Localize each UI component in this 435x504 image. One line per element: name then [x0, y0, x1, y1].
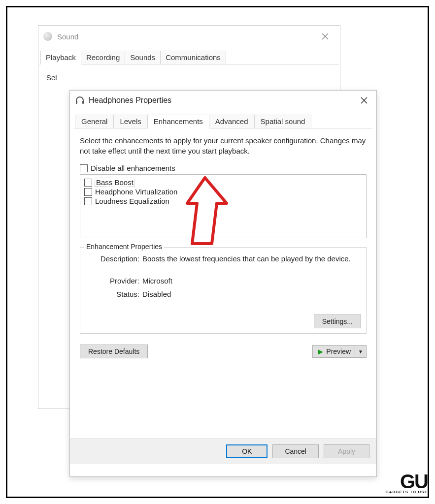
tab-general[interactable]: General	[75, 115, 114, 128]
settings-button[interactable]: Settings...	[314, 315, 361, 328]
tab-sounds[interactable]: Sounds	[125, 51, 161, 64]
tab-levels[interactable]: Levels	[113, 115, 147, 128]
description-value: Boosts the lowest frequencies that can b…	[142, 254, 361, 263]
provider-label: Provider:	[87, 277, 142, 285]
tab-spatial-sound[interactable]: Spatial sound	[254, 115, 312, 128]
enhancements-list[interactable]: Bass Boost Headphone Virtualization Loud…	[80, 174, 367, 238]
cancel-button[interactable]: Cancel	[272, 444, 319, 458]
group-legend: Enhancement Properties	[84, 243, 164, 251]
sound-body: Sel	[39, 64, 339, 91]
sound-body-text: Sel	[46, 73, 57, 82]
provider-value: Microsoft	[142, 277, 361, 285]
enh-label: Bass Boost	[95, 178, 134, 187]
tab-advanced[interactable]: Advanced	[209, 115, 255, 128]
tab-enhancements[interactable]: Enhancements	[147, 115, 209, 128]
status-label: Status:	[87, 290, 142, 298]
enh-item-bass-boost[interactable]: Bass Boost	[84, 178, 362, 187]
close-icon	[361, 97, 368, 104]
props-titlebar: Headphones Properties	[70, 91, 376, 110]
preview-button[interactable]: ▶ Preview ▼	[312, 345, 367, 358]
enh-label: Headphone Virtualization	[95, 188, 177, 196]
prop-provider-row: Provider: Microsoft	[87, 277, 361, 285]
checkbox-loudness-equalization[interactable]	[84, 197, 92, 205]
sound-icon	[43, 32, 52, 41]
status-value: Disabled	[142, 290, 361, 298]
checkbox-bass-boost[interactable]	[84, 179, 92, 187]
disable-all-checkbox[interactable]	[80, 164, 88, 172]
watermark: GU GADGETS TO USE	[386, 472, 428, 494]
enh-item-headphone-virtualization[interactable]: Headphone Virtualization	[84, 187, 362, 196]
headphones-properties-dialog: Headphones Properties General Levels Enh…	[69, 90, 377, 477]
description-label: Description:	[87, 254, 142, 263]
disable-all-row[interactable]: Disable all enhancements	[80, 164, 367, 172]
props-tabs: General Levels Enhancements Advanced Spa…	[70, 113, 376, 128]
tab-playback[interactable]: Playback	[40, 51, 81, 64]
svg-rect-3	[82, 101, 84, 104]
ok-button[interactable]: OK	[226, 444, 268, 458]
play-icon: ▶	[318, 347, 323, 355]
restore-defaults-button[interactable]: Restore Defaults	[80, 345, 148, 358]
dropdown-icon[interactable]: ▼	[358, 349, 363, 354]
props-close-button[interactable]	[354, 93, 374, 108]
watermark-big: GU	[386, 472, 428, 490]
props-title: Headphones Properties	[89, 96, 354, 105]
tab-recording[interactable]: Recording	[81, 51, 125, 64]
checkbox-headphone-virtualization[interactable]	[84, 188, 92, 196]
disable-all-label: Disable all enhancements	[91, 164, 175, 172]
headphones-icon	[75, 95, 85, 105]
enhancement-properties-group: Enhancement Properties Description: Boos…	[80, 247, 367, 334]
enhancements-description: Select the enhancements to apply for you…	[80, 135, 367, 156]
prop-description-row: Description: Boosts the lowest frequenci…	[87, 254, 361, 263]
tab-communications[interactable]: Communications	[160, 51, 226, 64]
watermark-small: GADGETS TO USE	[386, 490, 428, 494]
sound-titlebar: Sound	[38, 26, 340, 47]
preview-label: Preview	[326, 347, 351, 355]
svg-rect-2	[76, 101, 77, 104]
prop-status-row: Status: Disabled	[87, 290, 361, 298]
close-icon	[322, 33, 329, 40]
enh-item-loudness-equalization[interactable]: Loudness Equalization	[84, 196, 362, 206]
sound-close-button[interactable]	[315, 29, 335, 44]
enh-label: Loudness Equalization	[95, 197, 169, 205]
dialog-button-row: OK Cancel Apply	[70, 438, 376, 464]
sound-title: Sound	[57, 32, 315, 41]
enhancements-panel: Select the enhancements to apply for you…	[74, 128, 372, 438]
sound-tabs: Playback Recording Sounds Communications	[38, 49, 340, 64]
apply-button[interactable]: Apply	[324, 444, 369, 458]
